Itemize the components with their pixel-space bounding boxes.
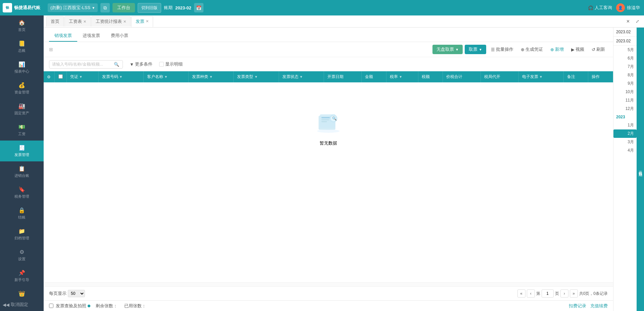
support-label: 人工客询 [595,5,612,11]
company-selector[interactable]: (勿删) 江西股宝-LSS ▼ [48,3,98,12]
show-detail-wrap[interactable]: 显示明细 [159,61,183,67]
topbar: (勿删) 江西股宝-LSS ▼ ⧉ 工作台 切到旧版 账期 2023-02 📅 … [44,0,644,15]
generate-voucher-button[interactable]: ⊕ 生成凭证 [518,45,546,54]
tab-invoice-close[interactable]: ✕ [146,19,149,24]
prev-month-8[interactable]: 12月 [613,105,637,113]
no-take-ticket-button[interactable]: 无盘取票 ▼ [432,45,463,54]
tab-invoice-label: 发票 [136,18,144,25]
verify-checkbox[interactable] [49,304,53,308]
open-period-side[interactable]: 开账日期 [637,28,644,311]
company-dropdown-arrow: ▼ [92,6,95,10]
home-icon: 🏠 [18,20,25,26]
sidebar-item-archive[interactable]: 📁 归档管理 [0,224,44,245]
sidebar-item-assets[interactable]: 🏭 固定资产 [0,99,44,120]
empty-text: 暂无数据 [320,140,337,146]
prev-month-4[interactable]: 8月 [613,71,637,79]
sidebar-item-home[interactable]: 🏠 首页 [0,15,44,36]
sidebar-item-salary[interactable]: 💵 工资 [0,120,44,141]
tab-salary-stat[interactable]: 工资统计报表✕ [91,16,131,27]
curr-month-2[interactable]: 2月 [613,129,637,138]
col-customer: 客户名称 ▼ [143,71,188,82]
deduct-record-link[interactable]: 扣费记录 [569,303,586,309]
type-sort-icon: ▼ [209,75,213,79]
take-arrow: ▼ [479,48,482,51]
sidebar-item-reports[interactable]: 📊 报表中心 [0,57,44,78]
batch-op-button[interactable]: ☰ 批量操作 [488,45,516,54]
tab-home[interactable]: 首页 [46,16,64,27]
tab-invoice[interactable]: 发票✕ [131,16,153,27]
sidebar-item-invoice[interactable]: 🧾 发票管理 [0,141,44,161]
curr-month-1[interactable]: 1月 [613,121,637,129]
col-action: 操作 [588,71,613,82]
take-ticket-button[interactable]: 取票 ▼ [465,45,486,54]
curr-month-4[interactable]: 4月 [613,146,637,155]
refresh-button[interactable]: ↺ 刷新 [589,45,608,54]
video-label: 视频 [576,46,584,52]
workspace-button[interactable]: 工作台 [112,3,135,12]
sidebar-item-settings[interactable]: ⚙ 设置 [0,245,44,266]
col-invoice-type: 发票种类 ▼ [189,71,234,82]
recharge-link[interactable]: 充值续费 [590,303,608,309]
prev-month-7[interactable]: 11月 [613,96,637,105]
guide-icon: 📌 [18,270,25,276]
curr-month-3[interactable]: 3月 [613,138,637,146]
sidebar-item-member[interactable]: 👑 畅会员 [0,286,44,298]
prev-month-2[interactable]: 6月 [613,54,637,63]
invoice-table: ⚙ 凭证 ▼ 发票号码 ▼ 客户名称 ▼ 发票种类 ▼ 发票类型 ▼ 发票状态 … [44,71,613,82]
select-all-checkbox[interactable] [58,74,63,79]
prev-month-3[interactable]: 7月 [613,63,637,71]
sidebar-item-sales[interactable]: 📋 进销台账 [0,161,44,182]
sub-tab-expense[interactable]: 费用小票 [105,30,134,42]
sub-tab-sales[interactable]: 销项发票 [49,30,77,42]
tab-salary-stat-close[interactable]: ✕ [123,20,126,24]
search-icon[interactable]: 🔍 [114,62,119,67]
prev-month-5[interactable]: 9月 [613,79,637,88]
guide-label: 新手引导 [14,277,29,282]
calendar-icon[interactable]: 📅 [194,3,203,12]
funds-icon: 💰 [18,82,25,88]
page-size-select[interactable]: 50 10 20 100 [68,290,85,297]
new-button[interactable]: ⊕ 新增 [548,45,566,54]
company-copy-icon[interactable]: ⧉ [100,3,110,12]
sidebar-item-guide[interactable]: 📌 新手引导 [0,266,44,286]
topbar-right: 🎧 人工客询 👤 徐溢华 [588,3,640,12]
toolbar: ⊞ 无盘取票 ▼ 取票 ▼ ☰ 批量操作 [44,42,613,57]
sidebar-menu: 🏠 首页📒 总账📊 报表中心💰 资金管理🏭 固定资产💵 工资🧾 发票管理📋 进销… [0,15,44,298]
tab-salary-close[interactable]: ✕ [83,20,86,24]
user-info[interactable]: 👤 徐溢华 [616,3,640,12]
sidebar-item-funds[interactable]: 💰 资金管理 [0,78,44,99]
svg-rect-5 [321,121,327,122]
sidebar-item-close[interactable]: 🔒 结账 [0,203,44,224]
used-item: 已用张数： [124,303,147,309]
prev-month-1[interactable]: 5月 [613,46,637,54]
svg-rect-4 [321,119,329,120]
date-header-2: 2023.02 [613,37,637,46]
col-settings[interactable]: ⚙ [44,71,54,82]
prev-month-6[interactable]: 10月 [613,88,637,96]
sidebar-bottom-action[interactable]: ◀◀ 取消固定 [0,298,44,311]
tabbar: 首页工资表✕工资统计报表✕发票✕ ✕ ⤢ [44,15,644,28]
page-number-input[interactable] [542,289,554,298]
sidebar-item-ledger[interactable]: 📒 总账 [0,36,44,57]
sidebar-item-tax[interactable]: 🔖 税务管理 [0,182,44,203]
search-input[interactable] [52,62,112,67]
prev-page-button[interactable]: ‹ [527,289,535,298]
page-word: 第 [536,291,540,297]
new-label: 新增 [555,46,564,52]
video-button[interactable]: ▶ 视频 [568,45,587,54]
switch-old-version-button[interactable]: 切到旧版 [138,3,161,13]
horizontal-scroll[interactable] [44,282,613,286]
close-tab-icon[interactable]: ✕ [624,17,632,26]
remaining-label: 剩余张数： [96,303,118,309]
show-detail-checkbox[interactable] [159,62,164,67]
more-conditions-button[interactable]: ▼ 更多条件 [127,60,155,69]
sub-tab-purchase[interactable]: 进项发票 [77,30,105,42]
voucher-sort-icon: ▼ [79,75,83,79]
maximize-icon[interactable]: ⤢ [633,17,641,26]
last-page-button[interactable]: » [570,289,578,298]
first-page-button[interactable]: « [517,289,525,298]
col-checkbox[interactable] [54,71,66,82]
tab-salary[interactable]: 工资表✕ [64,16,91,27]
next-page-button[interactable]: › [560,289,568,298]
support-link[interactable]: 🎧 人工客询 [588,5,612,11]
